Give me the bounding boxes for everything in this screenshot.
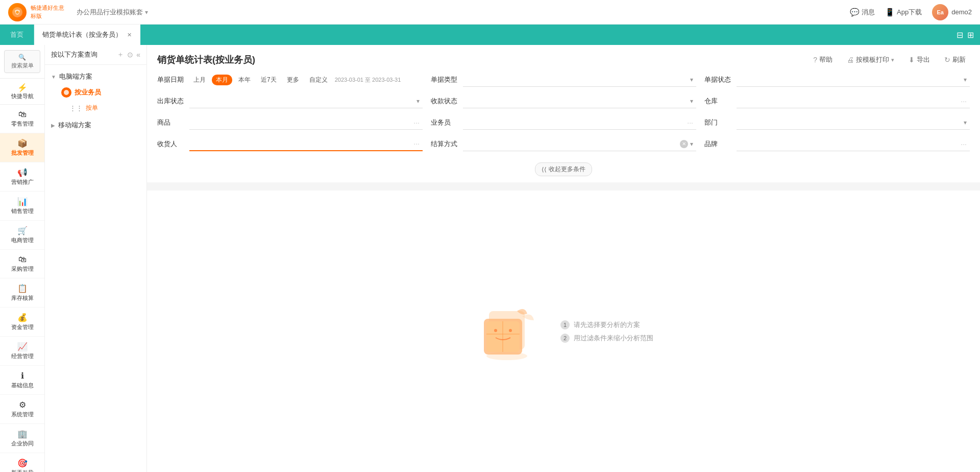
collapse-conditions-button[interactable]: ⟨⟨ 收起更多条件 xyxy=(535,162,592,176)
marketing-icon: 📢 xyxy=(17,168,28,177)
date-range-display: 2023-03-01 至 2023-03-31 xyxy=(335,76,401,84)
window-maximize-icon[interactable]: ⊞ xyxy=(967,30,974,40)
window-minimize-icon[interactable]: ⊟ xyxy=(957,30,963,40)
chevron-down-icon[interactable]: ▾ xyxy=(145,9,148,16)
tree-node-by-order[interactable]: ⋮⋮ 按单 xyxy=(45,101,146,115)
filter-goods: 商品 ··· xyxy=(157,115,423,130)
search-menu-button[interactable]: 🔍 搜索菜单 xyxy=(4,50,40,73)
breadcrumb[interactable]: 办公用品行业模拟账套 ▾ xyxy=(77,8,148,17)
add-scheme-button[interactable]: ＋ xyxy=(117,50,124,59)
print-dropdown-icon[interactable]: ▾ xyxy=(891,57,894,63)
inventory-icon: 📋 xyxy=(17,284,28,293)
sidebar-menu: 🛍 零售管理 📦 批发管理 📢 营销推广 📊 销售管理 🛒 电商管理 🛍 xyxy=(0,105,44,472)
finance-icon: 💰 xyxy=(17,313,28,322)
sidebar-search-area[interactable]: 🔍 搜索菜单 xyxy=(0,45,44,79)
date-filter: 上月 本月 本年 近7天 更多 自定义 2023-03-01 至 2023-03… xyxy=(189,75,423,85)
main-layout: 🔍 搜索菜单 ⚡ 快捷导航 🛍 零售管理 📦 批发管理 📢 营销推广 📊 xyxy=(0,45,980,472)
filter-salesperson: 业务员 ··· xyxy=(431,115,696,130)
consignee-more-icon: ··· xyxy=(413,139,420,148)
sidebar-item-finance[interactable]: 💰 资金管理 xyxy=(0,308,44,337)
filter-row-2: 出库状态 ▾ 收款状态 ▾ 仓库 xyxy=(157,94,970,108)
app-download-button[interactable]: 📱 App下载 xyxy=(885,8,922,17)
dept-select[interactable]: ▾ xyxy=(737,115,970,130)
svg-point-2 xyxy=(64,90,69,95)
sidebar-item-newguide[interactable]: 🎯 新手引导 xyxy=(0,453,44,472)
refresh-button[interactable]: ↻ 刷新 xyxy=(940,53,970,66)
export-icon: ⬇ xyxy=(909,56,915,64)
logo-text: 畅捷通好生意 标版 xyxy=(31,4,64,20)
warehouse-input[interactable]: ··· xyxy=(737,94,970,108)
empty-hint-2: 2 用过滤条件来缩小分析范围 xyxy=(560,334,653,343)
receipt-status-select[interactable]: ▾ xyxy=(463,94,696,108)
doc-status-dropdown-icon: ▾ xyxy=(964,76,967,83)
tab-expand-area: ⊟ ⊞ xyxy=(950,25,980,45)
date-tab-this-year[interactable]: 本年 xyxy=(234,75,255,85)
empty-hint-1: 1 请先选择要分析的方案 xyxy=(560,320,653,329)
message-button[interactable]: 💬 消息 xyxy=(850,8,875,17)
goods-input[interactable]: ··· xyxy=(189,115,423,130)
filter-brand: 品牌 ··· xyxy=(704,137,970,151)
consignee-input[interactable]: ··· xyxy=(189,137,423,151)
sidebar-item-enterprise[interactable]: 🏢 企业协同 xyxy=(0,424,44,453)
order-icon: ⋮⋮ xyxy=(69,104,83,112)
sidebar-item-marketing[interactable]: 📢 营销推广 xyxy=(0,162,44,192)
message-icon: 💬 xyxy=(850,8,860,17)
doc-status-select[interactable]: ▾ xyxy=(737,73,970,87)
sidebar-item-retail[interactable]: 🛍 零售管理 xyxy=(0,105,44,133)
filter-area: 单据日期 上月 本月 本年 近7天 更多 自定义 2023-03-01 至 20… xyxy=(157,73,970,182)
help-button[interactable]: ? 帮助 xyxy=(809,53,837,66)
tab-home[interactable]: 首页 xyxy=(0,25,34,45)
sidebar-item-wholesale[interactable]: 📦 批发管理 xyxy=(0,133,44,162)
sidebar-item-quicknav[interactable]: ⚡ 快捷导航 xyxy=(0,79,44,105)
empty-illustration xyxy=(474,301,540,362)
sidebar-item-system[interactable]: ⚙ 系统管理 xyxy=(0,395,44,424)
tab-close-icon[interactable]: ✕ xyxy=(127,32,132,38)
print-icon: 🖨 xyxy=(847,56,854,64)
sidebar-item-purchase[interactable]: 🛍 采购管理 xyxy=(0,250,44,278)
svg-point-9 xyxy=(494,329,497,332)
sidebar-item-ecommerce[interactable]: 🛒 电商管理 xyxy=(0,221,44,250)
left-panel: 按以下方案查询 ＋ ⊙ « ▼ 电脑端方案 按业务员 ⋮⋮ 按单 xyxy=(45,45,147,472)
enterprise-icon: 🏢 xyxy=(17,429,28,439)
logo-area: 畅捷通好生意 标版 xyxy=(8,3,64,21)
warehouse-more-icon: ··· xyxy=(961,97,967,105)
active-scheme-icon xyxy=(61,87,71,98)
operations-icon: 📈 xyxy=(17,342,28,351)
tree-node-desktop[interactable]: ▼ 电脑端方案 xyxy=(45,69,146,84)
doc-type-select[interactable]: ▾ xyxy=(463,73,696,87)
settings-scheme-button[interactable]: ⊙ xyxy=(127,51,133,59)
sidebar-item-inventory[interactable]: 📋 库存核算 xyxy=(0,278,44,308)
sidebar-item-sales[interactable]: 📊 销售管理 xyxy=(0,192,44,221)
date-tab-more[interactable]: 更多 xyxy=(283,75,303,85)
user-menu[interactable]: Ea demo2 xyxy=(932,4,972,20)
settlement-clear-icon[interactable]: ✕ xyxy=(680,140,688,148)
sidebar: 🔍 搜索菜单 ⚡ 快捷导航 🛍 零售管理 📦 批发管理 📢 营销推广 📊 xyxy=(0,45,45,472)
salesperson-input[interactable]: ··· xyxy=(463,115,696,130)
goods-more-icon: ··· xyxy=(413,119,420,127)
svg-point-10 xyxy=(509,329,512,332)
sidebar-item-basic[interactable]: ℹ 基础信息 xyxy=(0,366,44,395)
template-print-button[interactable]: 🖨 按模板打印 ▾ xyxy=(843,53,898,66)
filter-row-4: 收货人 ··· 结算方式 ✕ ▾ xyxy=(157,137,970,151)
tab-sales-stat[interactable]: 销货单统计表（按业务员） ✕ xyxy=(34,25,140,45)
filter-dept: 部门 ▾ xyxy=(704,115,970,130)
tree-node-mobile[interactable]: ▶ 移动端方案 xyxy=(45,117,146,133)
date-tab-7days[interactable]: 近7天 xyxy=(257,75,281,85)
out-status-select[interactable]: ▾ xyxy=(189,94,423,108)
page-title: 销货单统计表(按业务员) xyxy=(157,54,255,66)
sidebar-item-operations[interactable]: 📈 经营管理 xyxy=(0,337,44,366)
date-tab-custom[interactable]: 自定义 xyxy=(305,75,332,85)
tree-node-by-salesperson[interactable]: 按业务员 xyxy=(45,84,146,101)
date-tab-this-month[interactable]: 本月 xyxy=(212,75,232,85)
settlement-select[interactable]: ✕ ▾ xyxy=(463,137,696,151)
help-icon: ? xyxy=(813,56,817,64)
main-content: 销货单统计表(按业务员) ? 帮助 🖨 按模板打印 ▾ ⬇ 导出 xyxy=(147,45,980,472)
filter-row-1: 单据日期 上月 本月 本年 近7天 更多 自定义 2023-03-01 至 20… xyxy=(157,73,970,87)
export-button[interactable]: ⬇ 导出 xyxy=(904,53,934,66)
date-tab-last-month[interactable]: 上月 xyxy=(189,75,210,85)
wholesale-icon: 📦 xyxy=(17,138,28,148)
brand-input[interactable]: ··· xyxy=(737,137,970,151)
doc-type-dropdown-icon: ▾ xyxy=(690,76,693,83)
filter-section: 销货单统计表(按业务员) ? 帮助 🖨 按模板打印 ▾ ⬇ 导出 xyxy=(147,45,980,182)
collapse-panel-button[interactable]: « xyxy=(136,51,140,59)
